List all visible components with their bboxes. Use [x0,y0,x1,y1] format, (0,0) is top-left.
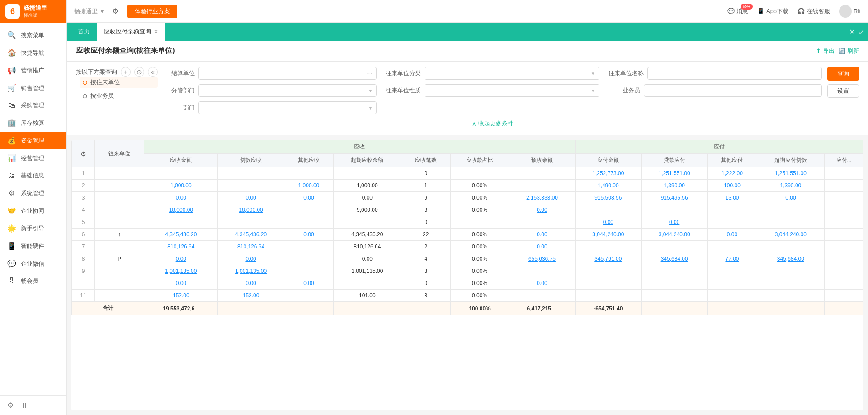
sidebar-item-finance[interactable]: 💰资金管理 [0,132,66,149]
collapse-bottom-icon[interactable]: ⏸ [21,401,28,410]
collapse-scheme-btn[interactable]: « [148,67,158,77]
sidebar-item-marketing[interactable]: 📢营销推广 [0,62,66,79]
sidebar-item-basic[interactable]: 🗂基础信息 [0,167,66,184]
sidebar-item-purchase[interactable]: 🛍采购管理 [0,97,66,114]
table-row: 7810,126.64810,126.64810,126.6420.00%0.0… [72,241,863,253]
filter-dept-input[interactable]: ▼ [198,101,377,114]
maximize-window-icon[interactable]: ⤢ [859,28,864,36]
data-table: ⚙ 往来单位 应收 应付 应收金额 贷款应收 其他应收 超期应收金额 应收笔数 … [71,140,863,315]
close-window-icon[interactable]: ✕ [849,28,855,36]
hardware-icon: 📱 [7,242,16,250]
summary-overdue-ar [334,302,401,315]
table-row: 418,000.0018,000.009,000.0030.00%0.00 [72,204,863,216]
filter-unit-category-input[interactable]: ▼ [425,67,599,80]
message-btn[interactable]: 💬 消息 99+ [727,7,748,15]
collapse-label: 收起更多条件 [478,119,514,128]
sales-icon: 🛒 [7,84,16,92]
topbar: 畅捷通里 ▼ ⚙ 体验行业方案 💬 消息 99+ 📱 App下载 🎧 在线客服 … [67,0,868,23]
user-avatar[interactable]: Rit [839,5,861,18]
filter-salesperson-label: 业务员 [609,86,640,95]
table-row: 500.000.00 [72,216,863,229]
sidebar-item-search[interactable]: 🔍搜索菜单 [0,26,66,44]
page-header: 应收应付余额查询(按往来单位) ⬆ 导出 🔄 刷新 [67,41,868,62]
filter-scheme-list: ⊙ 按往来单位 ⊙ 按业务员 [80,77,158,101]
filter-dept-manage: 分管部门 ▼ [163,84,377,97]
filter-unit-name-input[interactable] [647,67,822,80]
col-other-ar: 其他应收 [284,154,333,167]
table-row: 8P0.000.000.0040.00%655,636.75345,761.00… [72,253,863,265]
solution-btn[interactable]: 体验行业方案 [127,5,177,18]
sidebar-item-label-quick: 快捷导航 [21,49,44,57]
sidebar-item-system[interactable]: ⚙系统管理 [0,184,66,202]
filter-unit-nature: 往来单位性质 ▼ [386,84,599,97]
filter-unit-nature-input[interactable]: ▼ [425,84,599,97]
table-settings-icon[interactable]: ⚙ [80,150,86,157]
filter-salesperson-input[interactable]: ··· [644,84,822,97]
query-btn[interactable]: 查询 [827,67,859,81]
filter-unit-category: 往来单位分类 ▼ [386,67,599,80]
app-label: App下载 [766,7,788,15]
operation-icon: 📊 [7,154,16,162]
collapse-arrow-icon: ∧ [472,120,476,127]
scheme-by-unit[interactable]: ⊙ 按往来单位 [80,77,158,88]
sidebar-item-quick[interactable]: 🏠快捷导航 [0,44,66,62]
tabbar: 首页 应收应付余额查询 ✕ ✕ ⤢ [67,23,868,41]
filter-area: 按以下方案查询 + ⊙ « ⊙ 按往来单位 ⊙ 按业务员 [67,62,868,135]
table-row: 91,001,135.001,001,135.001,001,135.0030.… [72,265,863,277]
sidebar-item-label-member: 畅会员 [21,277,38,285]
filter-unit-category-label: 往来单位分类 [386,69,421,77]
sidebar-item-inventory[interactable]: 🏢库存核算 [0,114,66,132]
filter-settlement-input[interactable]: ··· [198,67,377,80]
sidebar-item-sales[interactable]: 🛒销售管理 [0,79,66,97]
filter-scheme-header: 按以下方案查询 + ⊙ « [76,67,158,77]
sidebar-item-member[interactable]: 🎖畅会员 [0,272,66,290]
filter-dept-manage-label: 分管部门 [163,86,195,95]
add-scheme-btn[interactable]: + [121,67,131,77]
sidebar-item-hardware[interactable]: 📱智能硬件 [0,237,66,255]
export-label: 导出 [823,47,835,55]
filter-scheme-label: 按以下方案查询 [76,68,117,76]
tab-ar-ap[interactable]: 应收应付余额查询 ✕ [97,23,165,41]
sidebar-item-operation[interactable]: 📊经营管理 [0,149,66,167]
sidebar-item-corp[interactable]: 🤝企业协同 [0,202,66,219]
service-label: 在线客服 [807,7,830,15]
inventory-icon: 🏢 [7,119,16,127]
refresh-btn[interactable]: 🔄 刷新 [838,47,859,55]
sidebar-item-label-corp: 企业协同 [21,207,44,215]
sidebar-item-guide[interactable]: 🌟新手引导 [0,219,66,237]
filter-dept-manage-dropdown-icon: ▼ [368,88,373,93]
service-btn[interactable]: 🎧 在线客服 [797,7,830,15]
service-icon: 🎧 [797,8,805,14]
main-area: 畅捷通里 ▼ ⚙ 体验行业方案 💬 消息 99+ 📱 App下载 🎧 在线客服 … [67,0,868,415]
filter-salesperson: 业务员 ··· [609,84,822,97]
col-ap-more: 应付... [825,154,863,167]
filter-dept-label: 部门 [163,104,195,112]
scheme-by-staff[interactable]: ⊙ 按业务员 [80,91,158,101]
purchase-icon: 🛍 [7,101,16,110]
filter-settlement-label: 结算单位 [163,69,195,77]
table-row: 6↑4,345,436.204,345,436.200.004,345,436.… [72,229,863,241]
set-btn[interactable]: 设置 [827,84,859,98]
export-btn[interactable]: ⬆ 导出 [816,47,835,55]
table-area: ⚙ 往来单位 应收 应付 应收金额 贷款应收 其他应收 超期应收金额 应收笔数 … [71,140,863,410]
app-btn[interactable]: 📱 App下载 [757,7,788,15]
tab-ar-ap-close[interactable]: ✕ [154,29,158,35]
sidebar-item-wechat[interactable]: 💬企业微信 [0,255,66,272]
breadcrumb: 畅捷通里 ▼ [74,7,105,15]
topbar-gear-icon[interactable]: ⚙ [112,7,118,15]
tab-home[interactable]: 首页 [71,23,97,41]
summary-overdue-ap [757,302,825,315]
col-partner-header: 往来单位 [95,140,144,167]
search-icon: 🔍 [7,31,16,39]
summary-ap-amount: -654,751.40 [575,302,641,315]
filter-collapse-btn[interactable]: ∧ 收起更多条件 [163,118,822,129]
summary-ap-more [825,302,863,315]
breadcrumb-dropdown-icon[interactable]: ▼ [99,8,105,14]
summary-label: 合计 [72,302,144,315]
edit-scheme-btn[interactable]: ⊙ [134,67,144,77]
summary-ar-count [401,302,450,315]
col-settings-header: ⚙ [72,140,95,167]
filter-dept-manage-input[interactable]: ▼ [198,84,377,97]
settings-bottom-icon[interactable]: ⚙ [7,401,14,410]
sidebar-item-label-finance: 资金管理 [21,137,44,145]
